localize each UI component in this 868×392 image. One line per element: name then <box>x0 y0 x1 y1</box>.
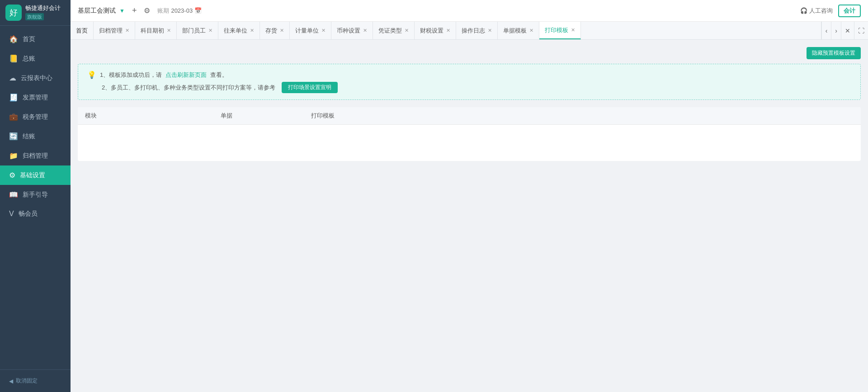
tab-label-measure-unit: 计量单位 <box>295 27 319 35</box>
main-area: 基层工会测试 ▼ + ⚙ 账期 2023-03 📅 🎧 人工咨询 会计 <box>71 0 868 392</box>
tab-measure-unit[interactable]: 计量单位✕ <box>290 22 331 39</box>
refresh-link[interactable]: 点击刷新新页面 <box>165 71 207 79</box>
settings-icon[interactable]: ⚙ <box>142 5 152 17</box>
sidebar-label-archive: 归档管理 <box>23 152 48 160</box>
sidebar-item-tax[interactable]: 💼 税务管理 <box>0 107 71 127</box>
tab-operation-log[interactable]: 操作日志✕ <box>456 22 498 39</box>
sidebar-icon-checkout: 🔄 <box>9 132 18 141</box>
sidebar-item-settings[interactable]: ⚙ 基础设置 <box>0 165 71 185</box>
hide-template-button[interactable]: 隐藏预置模板设置 <box>807 47 861 59</box>
sidebar-label-settings: 基础设置 <box>20 171 45 179</box>
info-line1-prefix: 1、模板添加成功后，请 <box>100 71 162 79</box>
print-template-table: 模块 单据 打印模板 <box>78 107 861 161</box>
sidebar-logo: 好 畅捷通好会计 旗舰版 <box>0 0 71 26</box>
tabbar: 首页归档管理✕科目期初✕部门员工✕往来单位✕存货✕计量单位✕币种设置✕凭证类型✕… <box>71 22 868 40</box>
sidebar-item-ledger[interactable]: 📒 总账 <box>0 49 71 68</box>
tab-voucher-type[interactable]: 凭证类型✕ <box>373 22 415 39</box>
tab-label-currency: 币种设置 <box>337 27 360 35</box>
print-scene-button[interactable]: 打印场景设置宣明 <box>282 82 338 93</box>
tab-archive-mgmt[interactable]: 归档管理✕ <box>94 22 135 39</box>
tab-close-button[interactable]: ✕ <box>841 22 854 40</box>
tab-home[interactable]: 首页 <box>71 22 94 39</box>
tab-subject-init[interactable]: 科目期初✕ <box>135 22 177 39</box>
tab-tax-settings[interactable]: 财税设置✕ <box>415 22 456 39</box>
tab-print-template[interactable]: 打印模板✕ <box>539 22 581 39</box>
sidebar-label-ledger: 总账 <box>23 55 35 63</box>
tab-close-partner[interactable]: ✕ <box>250 28 254 33</box>
tab-close-measure-unit[interactable]: ✕ <box>321 28 326 33</box>
table-body <box>78 125 861 161</box>
support-label: 人工咨询 <box>809 7 833 15</box>
tab-label-tax-settings: 财税设置 <box>420 27 443 35</box>
tab-close-currency[interactable]: ✕ <box>363 28 367 33</box>
tab-inventory[interactable]: 存货✕ <box>260 22 290 39</box>
sidebar-item-home[interactable]: 🏠 首页 <box>0 29 71 49</box>
sidebar-icon-archive: 📁 <box>9 151 18 160</box>
tab-dept-staff[interactable]: 部门员工✕ <box>177 22 218 39</box>
tab-label-dept-staff: 部门员工 <box>182 27 206 35</box>
sidebar-label-vip: 畅会员 <box>19 210 38 218</box>
sidebar-label-checkout: 结账 <box>23 132 35 141</box>
info-box: 💡 1、模板添加成功后，请 点击刷新新页面 查看。 2、多员工、多打印机、多种业… <box>78 64 861 100</box>
sidebar-item-reports[interactable]: ☁ 云报表中心 <box>0 68 71 88</box>
unpin-label: 取消固定 <box>16 377 38 385</box>
sidebar-label-guide: 新手引导 <box>23 191 48 199</box>
tab-close-archive-mgmt[interactable]: ✕ <box>125 28 129 33</box>
tab-partner[interactable]: 往来单位✕ <box>218 22 260 39</box>
tab-label-partner: 往来单位 <box>224 27 247 35</box>
tab-label-archive-mgmt: 归档管理 <box>99 27 123 35</box>
tab-close-operation-log[interactable]: ✕ <box>488 28 492 33</box>
tab-close-dept-staff[interactable]: ✕ <box>208 28 212 33</box>
tab-close-voucher-type[interactable]: ✕ <box>405 28 409 33</box>
project-selector[interactable]: 基层工会测试 ▼ <box>78 7 125 15</box>
period-display: 账期 2023-03 📅 <box>157 7 202 15</box>
unpin-icon: ◀ <box>9 378 13 384</box>
tab-close-single-template[interactable]: ✕ <box>529 28 533 33</box>
tab-label-single-template: 单据模板 <box>503 27 527 35</box>
tab-close-inventory[interactable]: ✕ <box>280 28 284 33</box>
bulb-icon: 💡 <box>87 71 96 79</box>
tab-single-template[interactable]: 单据模板✕ <box>498 22 539 39</box>
add-tab-button[interactable]: + <box>130 4 139 17</box>
sidebar-item-archive[interactable]: 📁 归档管理 <box>0 146 71 165</box>
sidebar-footer[interactable]: ◀ 取消固定 <box>0 369 71 392</box>
tab-label-inventory: 存货 <box>265 27 277 35</box>
sidebar-item-vip[interactable]: V 畅会员 <box>0 204 71 223</box>
tab-fullscreen-button[interactable]: ⛶ <box>854 22 868 40</box>
info-row-1: 💡 1、模板添加成功后，请 点击刷新新页面 查看。 <box>87 71 851 79</box>
calendar-icon[interactable]: 📅 <box>194 7 202 14</box>
sidebar-item-invoice[interactable]: 🧾 发票管理 <box>0 88 71 107</box>
headset-icon: 🎧 <box>800 7 807 14</box>
sidebar-icon-guide: 📖 <box>9 190 18 199</box>
sidebar-icon-reports: ☁ <box>9 74 16 82</box>
tab-close-print-template[interactable]: ✕ <box>571 27 575 33</box>
tab-label-voucher-type: 凭证类型 <box>378 27 402 35</box>
sidebar-label-home: 首页 <box>23 35 35 43</box>
topbar: 基层工会测试 ▼ + ⚙ 账期 2023-03 📅 🎧 人工咨询 会计 <box>71 0 868 22</box>
info-line2-prefix: 2、多员工、多打印机、多种业务类型设置不同打印方案等，请参考 <box>102 84 275 92</box>
logo-icon: 好 <box>5 5 22 21</box>
content-area: 隐藏预置模板设置 💡 1、模板添加成功后，请 点击刷新新页面 查看。 2、多员工… <box>71 40 868 392</box>
sidebar-item-checkout[interactable]: 🔄 结账 <box>0 127 71 146</box>
tab-currency[interactable]: 币种设置✕ <box>331 22 373 39</box>
tab-controls: ‹ › ✕ ⛶ <box>821 22 868 40</box>
sidebar-icon-invoice: 🧾 <box>9 93 18 102</box>
sidebar: 好 畅捷通好会计 旗舰版 🏠 首页📒 总账☁ 云报表中心🧾 发票管理💼 税务管理… <box>0 0 71 392</box>
sidebar-nav: 🏠 首页📒 总账☁ 云报表中心🧾 发票管理💼 税务管理🔄 结账📁 归档管理⚙ 基… <box>0 26 71 369</box>
tab-close-tax-settings[interactable]: ✕ <box>446 28 450 33</box>
tab-next-button[interactable]: › <box>831 22 841 40</box>
sidebar-label-invoice: 发票管理 <box>23 94 48 102</box>
tab-label-operation-log: 操作日志 <box>462 27 485 35</box>
sidebar-icon-settings: ⚙ <box>9 171 15 179</box>
tab-label-home: 首页 <box>76 27 88 35</box>
tab-close-subject-init[interactable]: ✕ <box>167 28 171 33</box>
info-line1-suffix: 查看。 <box>210 71 228 79</box>
period-label: 账期 <box>157 7 169 15</box>
kuaiji-button[interactable]: 会计 <box>838 5 861 17</box>
topbar-actions: + ⚙ <box>130 4 152 17</box>
support-button[interactable]: 🎧 人工咨询 <box>800 7 833 15</box>
table-header: 模块 单据 打印模板 <box>78 107 861 125</box>
project-dropdown-icon: ▼ <box>119 8 125 14</box>
sidebar-item-guide[interactable]: 📖 新手引导 <box>0 185 71 204</box>
tab-prev-button[interactable]: ‹ <box>821 22 831 40</box>
